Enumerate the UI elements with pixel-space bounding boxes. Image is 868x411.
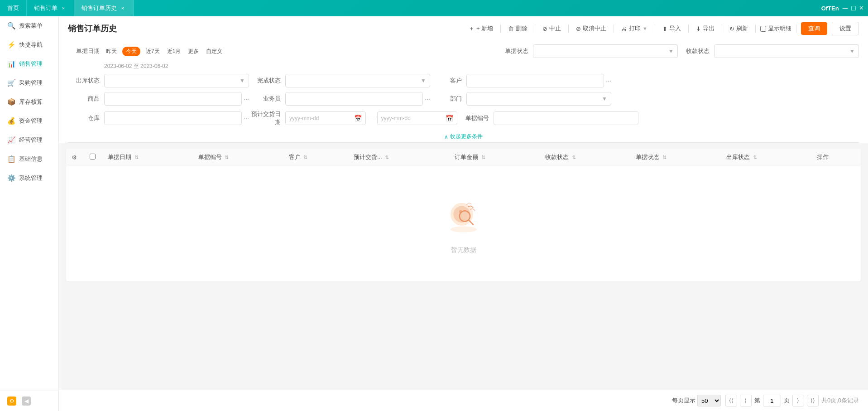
settings-button[interactable]: 设置 (832, 22, 859, 35)
sidebar-item-system[interactable]: ⚙️ 系统管理 (0, 169, 58, 188)
new-icon: ＋ (469, 24, 475, 33)
tab-sales-order[interactable]: 销售订单 × (27, 0, 74, 16)
delivery-date-start[interactable]: yyyy-mm-dd 📅 (285, 111, 366, 125)
bill-status-select[interactable]: ▼ (533, 44, 678, 58)
salesperson-input[interactable] (285, 92, 423, 106)
bill-no-input[interactable] (494, 111, 638, 125)
delete-label: 删除 (516, 24, 528, 33)
th-bill-no-label: 单据编号 (198, 154, 222, 160)
cancel-stop-label: 取消中止 (583, 24, 606, 33)
display-detail-input[interactable] (760, 26, 766, 32)
tab-home-label: 首页 (7, 4, 19, 12)
window-close-icon[interactable]: × (859, 4, 863, 12)
import-button[interactable]: ⬆ 导入 (660, 23, 684, 34)
table-body: 暂无数据 (66, 166, 861, 282)
calendar-start-icon: 📅 (354, 115, 362, 122)
delete-button[interactable]: 🗑 删除 (505, 23, 530, 34)
warehouse-input[interactable] (104, 111, 242, 125)
customer-dots[interactable]: ··· (606, 77, 611, 84)
empty-state: 暂无数据 (66, 166, 861, 281)
department-select[interactable]: ▼ (466, 92, 611, 106)
quick-nav-icon: ⚡ (7, 41, 15, 49)
customer-label: 客户 (430, 77, 466, 85)
date-btn-today[interactable]: 今天 (122, 47, 140, 56)
th-bill-no[interactable]: 单据编号 ⇅ (193, 149, 283, 166)
product-dots[interactable]: ··· (244, 95, 249, 102)
tab-sales-order-close[interactable]: × (60, 5, 67, 11)
export-button[interactable]: ⬇ 导出 (693, 23, 717, 34)
sidebar-item-finance-label: 资金管理 (19, 117, 43, 125)
sidebar-item-inventory[interactable]: 📦 库存核算 (0, 92, 58, 111)
new-label: + 新增 (476, 24, 493, 33)
empty-text: 暂无数据 (451, 246, 476, 254)
sidebar-item-finance[interactable]: 💰 资金管理 (0, 111, 58, 131)
page-last-btn[interactable]: ⟩⟩ (807, 395, 819, 406)
new-button[interactable]: ＋ + 新增 (466, 23, 496, 34)
date-btn-7days[interactable]: 近7天 (144, 47, 162, 56)
out-status-dropdown-icon: ▼ (240, 77, 245, 84)
toolbar-divider-4 (614, 24, 614, 33)
page-next-btn[interactable]: ⟩ (792, 395, 804, 406)
th-date[interactable]: 单据日期 ⇅ (102, 149, 193, 166)
th-settings[interactable]: ⚙ (66, 149, 84, 166)
stop-button[interactable]: ⊘ 中止 (540, 23, 564, 34)
tab-sales-order-history[interactable]: 销售订单历史 × (74, 0, 134, 16)
settings-icon: ⚙ (72, 154, 77, 161)
tab-home[interactable]: 首页 (0, 0, 27, 16)
page-size-dropdown[interactable]: 10 20 50 100 (697, 395, 721, 406)
th-customer[interactable]: 客户 ⇅ (283, 149, 348, 166)
sidebar-item-operations[interactable]: 📈 经营管理 (0, 131, 58, 150)
toolbar-divider-3 (568, 24, 569, 33)
sidebar-item-sales-mgmt[interactable]: 📊 销售管理 (0, 54, 58, 73)
warehouse-dots[interactable]: ··· (244, 115, 249, 122)
page-prev-btn[interactable]: ⟨ (740, 395, 752, 406)
print-button[interactable]: 🖨 打印 ▼ (619, 23, 650, 34)
sidebar-item-basic-info[interactable]: 📋 基础信息 (0, 150, 58, 169)
refresh-button[interactable]: ↻ 刷新 (727, 23, 751, 34)
salesperson-dots[interactable]: ··· (425, 95, 430, 102)
date-btn-custom[interactable]: 自定义 (204, 47, 224, 56)
total-text: 共0页,0条记录 (821, 396, 859, 405)
search-menu-icon: 🔍 (7, 22, 15, 30)
sidebar: 🔍 搜索菜单 ⚡ 快捷导航 📊 销售管理 🛒 采购管理 📦 库存核算 💰 资金管… (0, 16, 59, 411)
page-first-btn[interactable]: ⟨⟨ (725, 395, 737, 406)
sidebar-bottom-toggle-icon[interactable]: ◀ (22, 396, 31, 406)
select-all-checkbox[interactable] (90, 154, 96, 160)
sidebar-bottom-settings-icon[interactable]: ⚙ (7, 396, 16, 406)
window-minimize-icon[interactable]: ─ (843, 4, 848, 12)
page-number-input[interactable] (763, 395, 781, 406)
toolbar-divider-2 (535, 24, 535, 33)
collapse-row[interactable]: ∧ 收起更多条件 (68, 131, 859, 142)
query-button[interactable]: 查询 (801, 22, 827, 35)
th-delivery[interactable]: 预计交货... ⇅ (348, 149, 450, 166)
empty-illustration (441, 193, 486, 239)
receipt-status-select[interactable]: ▼ (714, 44, 859, 58)
date-btn-more[interactable]: 更多 (186, 47, 201, 56)
page-title: 销售订单历史 (68, 23, 117, 34)
sort-date-icon: ⇅ (134, 155, 139, 160)
product-input[interactable] (104, 92, 242, 106)
operations-icon: 📈 (7, 136, 15, 144)
print-icon: 🖨 (621, 25, 627, 32)
sidebar-item-search-menu[interactable]: 🔍 搜索菜单 (0, 16, 58, 35)
th-receipt-status[interactable]: 收款状态 ⇅ (540, 149, 630, 166)
th-out-status[interactable]: 出库状态 ⇅ (721, 149, 811, 166)
sort-delivery-icon: ⇅ (385, 155, 389, 160)
sidebar-item-quick-nav[interactable]: ⚡ 快捷导航 (0, 35, 58, 54)
complete-status-select[interactable]: ▼ (285, 74, 430, 87)
th-checkbox[interactable] (84, 149, 102, 166)
display-detail-checkbox[interactable]: 显示明细 (760, 24, 791, 33)
customer-input[interactable] (466, 74, 604, 87)
th-amount[interactable]: 订单金额 ⇅ (449, 149, 540, 166)
th-bill-status[interactable]: 单据状态 ⇅ (630, 149, 721, 166)
tab-sales-order-history-close[interactable]: × (120, 5, 126, 11)
date-btn-1month[interactable]: 近1月 (165, 47, 183, 56)
cancel-stop-button[interactable]: ⊘ 取消中止 (573, 23, 609, 34)
window-maximize-icon[interactable]: □ (851, 4, 856, 12)
out-status-select[interactable]: ▼ (104, 74, 249, 87)
sidebar-item-purchase-mgmt[interactable]: 🛒 采购管理 (0, 73, 58, 92)
cancel-stop-icon: ⊘ (576, 25, 581, 32)
date-btn-yesterday[interactable]: 昨天 (104, 47, 119, 56)
collapse-up-icon: ∧ (444, 134, 448, 140)
delivery-date-end[interactable]: yyyy-mm-dd 📅 (377, 111, 458, 125)
